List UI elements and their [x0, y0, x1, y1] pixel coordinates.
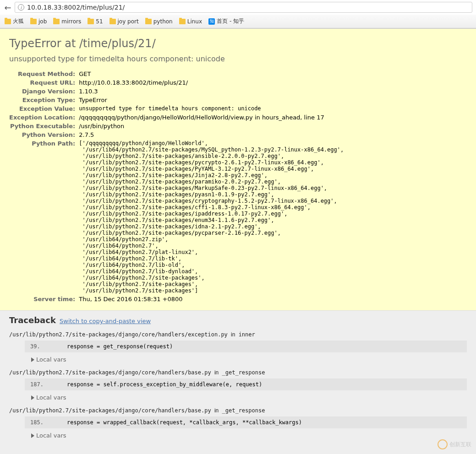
bookmark-51[interactable]: 51	[88, 18, 103, 25]
browser-chrome: ← i 10.0.18.33:8002/time/plus/21/ 火狐 job…	[0, 0, 476, 29]
watermark-logo-icon	[438, 439, 448, 443]
url-text: 10.0.18.33:8002/time/plus/21/	[27, 4, 125, 11]
folder-icon	[179, 19, 186, 24]
back-button[interactable]: ←	[4, 3, 12, 11]
folder-icon	[30, 19, 37, 24]
label-request-url: Request URL:	[9, 78, 79, 87]
expand-icon	[31, 433, 34, 438]
folder-icon	[53, 19, 60, 24]
frame-func: _get_response	[222, 369, 265, 376]
label-python-executable: Python Executable:	[9, 122, 79, 130]
local-vars-toggle[interactable]: Local vars	[31, 356, 467, 363]
local-vars-label: Local vars	[36, 356, 66, 363]
frame-file: /usr/lib/python2.7/site-packages/django/…	[9, 331, 228, 338]
error-subtitle: unsupported type for timedelta hours com…	[9, 54, 467, 63]
info-icon[interactable]: i	[18, 4, 24, 11]
frame-in: in	[214, 369, 219, 376]
frame-code: 185.response = wrapped_callback(request,…	[25, 416, 467, 428]
folder-icon	[145, 19, 152, 24]
nav-row: ← i 10.0.18.33:8002/time/plus/21/	[0, 0, 476, 15]
frame-lineno: 187.	[30, 381, 49, 388]
expand-icon	[31, 357, 34, 362]
frame-code-text: response = get_response(request)	[67, 343, 173, 350]
frame-in: in	[231, 331, 235, 338]
value-python-path: ['/qqqqqqqqq/python/django/HelloWorld', …	[79, 140, 344, 294]
traceback-frame: /usr/lib/python2.7/site-packages/django/…	[9, 369, 467, 401]
local-vars-label: Local vars	[36, 394, 66, 401]
label-exception-value: Exception Value:	[9, 104, 79, 113]
folder-icon	[5, 19, 11, 24]
bookmark-joyport[interactable]: joy port	[109, 18, 139, 25]
local-vars-toggle[interactable]: Local vars	[31, 432, 467, 439]
local-vars-label: Local vars	[36, 432, 66, 439]
frame-code-text: response = self.process_exception_by_mid…	[67, 381, 262, 388]
label-django-version: Django Version:	[9, 87, 79, 96]
frame-in: in	[214, 407, 219, 414]
value-request-method: GET	[79, 70, 344, 78]
bookmark-job[interactable]: job	[30, 18, 47, 25]
frame-file: /usr/lib/python2.7/site-packages/django/…	[9, 407, 211, 414]
traceback-section: Traceback Switch to copy-and-paste view …	[0, 311, 476, 443]
traceback-title: Traceback	[9, 315, 56, 325]
bookmark-mirrors[interactable]: mirrors	[53, 18, 81, 25]
frame-code: 187.response = self.process_exception_by…	[25, 378, 467, 390]
error-table: Request Method:GET Request URL:http://10…	[9, 70, 344, 303]
frame-code-text: response = wrapped_callback(request, *ca…	[67, 419, 302, 426]
bookmark-zhihu[interactable]: 知首页 - 知乎	[208, 17, 244, 25]
local-vars-toggle[interactable]: Local vars	[31, 394, 467, 401]
value-server-time: Thu, 15 Dec 2016 01:58:31 +0800	[79, 295, 344, 303]
bookmarks-bar: 火狐 job mirrors 51 joy port python Linux …	[0, 15, 476, 28]
watermark: 创新互联	[438, 439, 471, 443]
frame-file: /usr/lib/python2.7/site-packages/django/…	[9, 369, 211, 376]
label-request-method: Request Method:	[9, 70, 79, 78]
value-django-version: 1.10.3	[79, 87, 344, 96]
value-request-url: http://10.0.18.33:8002/time/plus/21/	[79, 78, 344, 87]
bookmark-linux[interactable]: Linux	[179, 18, 202, 25]
traceback-frame: /usr/lib/python2.7/site-packages/django/…	[9, 407, 467, 439]
frame-lineno: 185.	[30, 419, 49, 426]
frame-header: /usr/lib/python2.7/site-packages/django/…	[9, 331, 467, 338]
value-exception-type: TypeError	[79, 96, 344, 104]
frame-header: /usr/lib/python2.7/site-packages/django/…	[9, 369, 467, 376]
frame-header: /usr/lib/python2.7/site-packages/django/…	[9, 407, 467, 414]
value-exception-location: /qqqqqqqqq/python/django/HelloWorld/Hell…	[79, 113, 344, 122]
folder-icon	[88, 19, 94, 24]
label-python-version: Python Version:	[9, 130, 79, 139]
expand-icon	[31, 395, 34, 400]
folder-icon	[109, 19, 116, 24]
label-server-time: Server time:	[9, 295, 79, 303]
error-summary: TypeError at /time/plus/21/ unsupported …	[0, 29, 476, 311]
value-python-version: 2.7.5	[79, 130, 344, 139]
url-bar[interactable]: i 10.0.18.33:8002/time/plus/21/	[15, 2, 472, 13]
traceback-frame: /usr/lib/python2.7/site-packages/django/…	[9, 331, 467, 363]
error-title: TypeError at /time/plus/21/	[9, 37, 467, 50]
frame-code: 39.response = get_response(request)	[25, 340, 467, 352]
frame-lineno: 39.	[30, 343, 49, 350]
label-python-path: Python Path:	[9, 139, 79, 295]
label-exception-type: Exception Type:	[9, 96, 79, 104]
bookmark-python[interactable]: python	[145, 18, 173, 25]
frame-func: inner	[239, 331, 255, 338]
bookmark-firefox[interactable]: 火狐	[5, 17, 24, 25]
value-python-executable: /usr/bin/python	[79, 122, 344, 130]
value-exception-value: unsupported type for timedelta hours com…	[79, 105, 344, 112]
switch-view-link[interactable]: Switch to copy-and-paste view	[60, 318, 151, 324]
frame-func: _get_response	[222, 407, 265, 414]
zhihu-icon: 知	[208, 18, 215, 25]
label-exception-location: Exception Location:	[9, 113, 79, 122]
